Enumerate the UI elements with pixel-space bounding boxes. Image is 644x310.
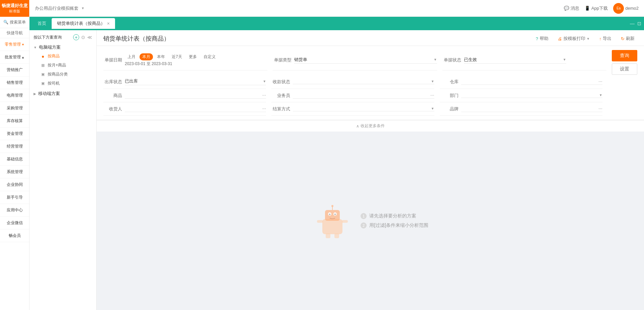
sidebar-item-wholesale[interactable]: 批发管理 ▲ xyxy=(0,51,29,64)
query-button[interactable]: 查询 xyxy=(612,50,637,61)
tree-item-by-category[interactable]: ▣ 按商品分类 xyxy=(30,70,96,79)
filter-wrapper: 销货单统计表（按商品） ? 帮助 🖨 按模板打印 ▼ ↑ xyxy=(97,30,644,132)
export-icon: ↑ xyxy=(599,36,602,41)
search-menu[interactable]: 🔍 搜索菜单 xyxy=(0,17,29,28)
tab-maximize-icon[interactable]: ⊡ xyxy=(637,21,641,26)
empty-hints: 1 请先选择要分析的方案 2 用[过滤]条件来缩小分析范围 xyxy=(361,213,428,228)
sidebar-item-newbie[interactable]: 新手引导 xyxy=(0,191,29,204)
tree-item-by-product[interactable]: ● 按商品 xyxy=(30,52,96,61)
print-dropdown-icon[interactable]: ▼ xyxy=(587,37,590,41)
warehouse-label: 仓库 xyxy=(440,79,459,85)
tab-close-btn[interactable]: × xyxy=(107,21,110,26)
quick-nav[interactable]: 快捷导航 xyxy=(0,28,29,38)
user-profile[interactable]: Ea demo2 xyxy=(613,3,639,14)
sidebar-item-marketing[interactable]: 营销推广 xyxy=(0,64,29,76)
sidebar-label-system: 系统管理 xyxy=(7,169,23,175)
sidebar-item-purchase[interactable]: 采购管理 xyxy=(0,102,29,115)
app-download-btn[interactable]: 📱 App下载 xyxy=(585,5,608,11)
doc-type-select[interactable]: 销货单 ▼ xyxy=(294,57,437,64)
collapse-icon: ∧ xyxy=(356,124,359,128)
date-btn-this-month[interactable]: 本月 xyxy=(140,53,153,60)
date-filter-cell: 单据日期 上月 本月 本年 近7天 更多 自定义 xyxy=(103,50,267,70)
sidebar-label-sales: 销售管理 xyxy=(7,80,23,86)
help-label: 帮助 xyxy=(540,36,548,42)
sidebar-label-purchase: 采购管理 xyxy=(7,105,23,111)
help-btn[interactable]: ? 帮助 xyxy=(533,34,551,43)
settings-button[interactable]: 设置 xyxy=(612,63,637,75)
product-cell: 商品 ··· xyxy=(103,89,266,102)
tree-arrow-right-icon: ▶ xyxy=(34,92,36,96)
month-product-scheme-icon: ▦ xyxy=(40,63,46,68)
warehouse-dots[interactable]: ··· xyxy=(598,79,602,84)
brand-dots[interactable]: ··· xyxy=(598,106,602,111)
product-dots[interactable]: ··· xyxy=(262,92,266,98)
date-btn-more[interactable]: 更多 xyxy=(186,53,200,60)
refresh-btn[interactable]: ↻ 刷新 xyxy=(618,34,637,43)
doc-status-label: 单据状态 xyxy=(442,57,461,63)
tree-mobile-label: 移动端方案 xyxy=(38,91,60,97)
recipient-dots[interactable]: ··· xyxy=(262,106,266,111)
edit-scheme-icon[interactable]: ⊙ xyxy=(81,35,85,40)
sidebar-item-operations[interactable]: 经营管理 xyxy=(0,140,29,153)
date-btn-last-month[interactable]: 上月 xyxy=(125,53,138,60)
tree-item-cashier-label: 按司机 xyxy=(48,81,60,86)
empty-hint-2: 2 用[过滤]条件来缩小分析范围 xyxy=(361,222,428,228)
export-label: 导出 xyxy=(603,36,611,42)
main-area: 办公用品行业模拟账套 ▼ 💬 消息 📱 App下载 Ea demo2 首页 xyxy=(30,0,644,310)
doc-status-value: 已生效 xyxy=(464,57,477,63)
doc-status-select[interactable]: 已生效 ▼ xyxy=(464,57,566,64)
sidebar-item-inventory[interactable]: 库存核算 xyxy=(0,115,29,127)
svg-rect-9 xyxy=(342,220,348,223)
sidebar-item-basics[interactable]: 基础信息 xyxy=(0,153,29,166)
sidebar: 畅捷通好生意 标准版 🔍 搜索菜单 快捷导航 零售管理 ▼ 批发管理 ▲ 营销推… xyxy=(0,0,30,310)
tab-active-label: 销货单统计表（按商品） xyxy=(57,20,105,27)
empty-state: 1 请先选择要分析的方案 2 用[过滤]条件来缩小分析范围 xyxy=(97,132,644,310)
add-scheme-icon[interactable]: + xyxy=(73,34,79,40)
sidebar-item-sales[interactable]: 销售管理 xyxy=(0,76,29,89)
tree-mobile-parent[interactable]: ▶ 移动端方案 xyxy=(30,89,96,98)
tab-home[interactable]: 首页 xyxy=(32,18,52,29)
stock-status-select[interactable]: 已出库 ▼ xyxy=(125,78,266,85)
sidebar-item-finance[interactable]: 资金管理 xyxy=(0,127,29,140)
date-btn-custom[interactable]: 自定义 xyxy=(201,53,218,60)
sidebar-item-enterprise[interactable]: 企业协同 xyxy=(0,178,29,191)
doc-type-filter-cell: 单据类型 销货单 ▼ xyxy=(273,50,437,70)
svg-point-5 xyxy=(334,214,336,215)
export-btn[interactable]: ↑ 导出 xyxy=(597,34,614,43)
tree-desktop-parent[interactable]: ▼ 电脑端方案 xyxy=(30,43,96,52)
header-right: 💬 消息 📱 App下载 Ea demo2 xyxy=(564,3,639,14)
date-btn-this-year[interactable]: 本年 xyxy=(154,53,168,60)
dropdown-arrow-icon[interactable]: ▼ xyxy=(81,6,85,10)
department-select[interactable]: ▼ xyxy=(461,93,602,98)
collapse-label: 收起更多条件 xyxy=(361,123,385,129)
sidebar-item-ecommerce[interactable]: 电商管理 xyxy=(0,89,29,102)
sidebar-label-enterprise: 企业协同 xyxy=(7,182,23,188)
collapse-more-btn[interactable]: ∧ 收起更多条件 xyxy=(97,120,644,132)
sidebar-item-wechat[interactable]: 企业微信 xyxy=(0,217,29,229)
sidebar-label-member: 畅会员 xyxy=(9,233,21,239)
print-btn[interactable]: 🖨 按模板打印 ▼ xyxy=(555,34,593,43)
page-header: 销货单统计表（按商品） ? 帮助 🖨 按模板打印 ▼ ↑ xyxy=(97,30,644,46)
payment-select[interactable]: ▼ xyxy=(293,80,434,84)
salesperson-dots[interactable]: ··· xyxy=(430,92,434,98)
payment-method-select[interactable]: ▼ xyxy=(293,107,434,111)
message-label: 消息 xyxy=(571,5,579,11)
industry-label: 办公用品行业模拟账套 xyxy=(35,5,78,11)
sidebar-item-system[interactable]: 系统管理 xyxy=(0,166,29,178)
content-area: 按以下方案查询 + ⊙ ≪ ▼ 电脑端方案 ● 按商品 ▦ 按月+商品 xyxy=(30,30,644,310)
sidebar-item-appcenter[interactable]: 应用中心 xyxy=(0,204,29,217)
collapse-panel-icon[interactable]: ≪ xyxy=(87,35,92,40)
sidebar-item-member[interactable]: 畅会员 xyxy=(0,229,29,242)
doc-type-arrow-icon: ▼ xyxy=(434,58,437,61)
sidebar-item-retail[interactable]: 零售管理 ▼ xyxy=(0,38,29,51)
tree-item-by-cashier[interactable]: ▣ 按司机 xyxy=(30,79,96,88)
tree-item-by-month-product[interactable]: ▦ 按月+商品 xyxy=(30,61,96,70)
tab-active[interactable]: 销货单统计表（按商品） × xyxy=(52,18,115,29)
svg-rect-0 xyxy=(322,219,342,234)
payment-method-label: 结算方式 xyxy=(271,106,290,112)
date-btn-last-7days[interactable]: 近7天 xyxy=(169,53,185,60)
message-btn[interactable]: 💬 消息 xyxy=(564,5,579,11)
payment-method-cell: 结算方式 ▼ xyxy=(271,102,434,116)
search-icon: 🔍 xyxy=(3,20,8,24)
tab-minimize-icon[interactable]: — xyxy=(630,21,635,26)
